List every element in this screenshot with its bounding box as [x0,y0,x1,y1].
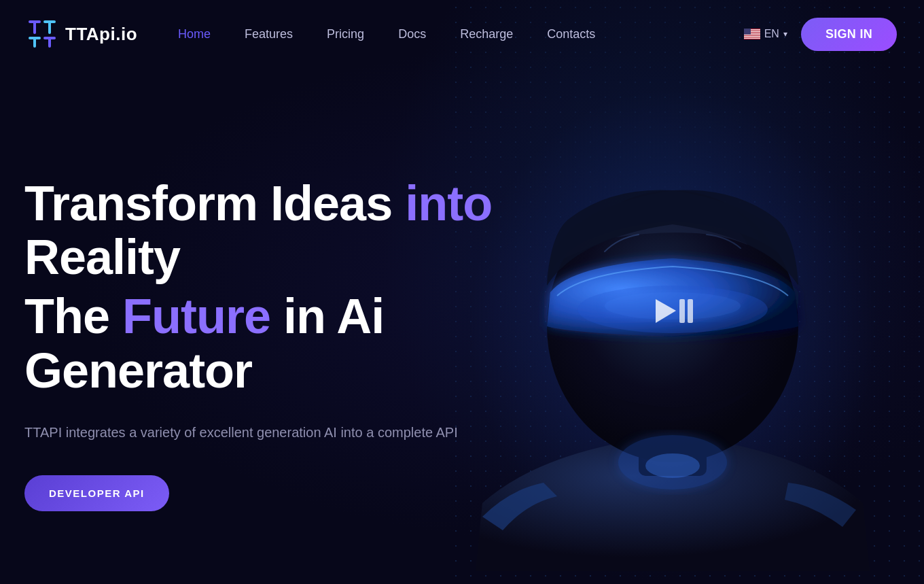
logo-link[interactable]: TTApi.io [27,19,137,49]
language-label: EN [764,28,779,40]
nav-features[interactable]: Features [245,27,293,41]
nav-links: Home Features Pricing Docs Recharge Cont… [178,27,744,41]
svg-rect-18 [48,37,51,48]
nav-home[interactable]: Home [178,27,211,41]
svg-point-5 [605,292,741,320]
svg-rect-25 [744,38,760,39]
nav-right: EN ▾ SIGN IN [744,18,897,51]
headline-highlight-future: Future [122,289,270,343]
svg-rect-8 [688,299,693,323]
hero-section: TTApi.io Home Features Pricing Docs Rech… [0,0,924,584]
headline-line1: Transform Ideas into Reality [24,177,541,284]
nav-docs[interactable]: Docs [398,27,426,41]
headline-line2: The Future in Ai Generator [24,290,541,397]
nav-contacts[interactable]: Contacts [547,27,595,41]
svg-rect-14 [48,20,51,34]
sign-in-button[interactable]: SIGN IN [801,18,897,51]
nav-pricing[interactable]: Pricing [327,27,364,41]
flag-icon [744,29,760,39]
navbar: TTApi.io Home Features Pricing Docs Rech… [0,0,924,68]
logo-text: TTApi.io [65,24,137,45]
svg-rect-23 [744,35,760,35]
svg-point-10 [645,453,700,478]
nav-recharge[interactable]: Recharge [460,27,513,41]
language-selector[interactable]: EN ▾ [744,28,787,40]
svg-rect-16 [33,37,36,48]
developer-api-button[interactable]: DEVELOPER API [24,475,169,511]
logo-icon [27,19,57,49]
svg-rect-12 [33,20,36,34]
chevron-down-icon: ▾ [783,29,787,39]
hero-subtext: TTAPI integrates a variety of excellent … [24,422,500,443]
headline-highlight-into: into [405,176,492,230]
svg-rect-26 [744,29,751,35]
hero-content: Transform Ideas into Reality The Future … [24,177,541,511]
svg-rect-24 [744,36,760,37]
svg-rect-7 [679,299,685,323]
